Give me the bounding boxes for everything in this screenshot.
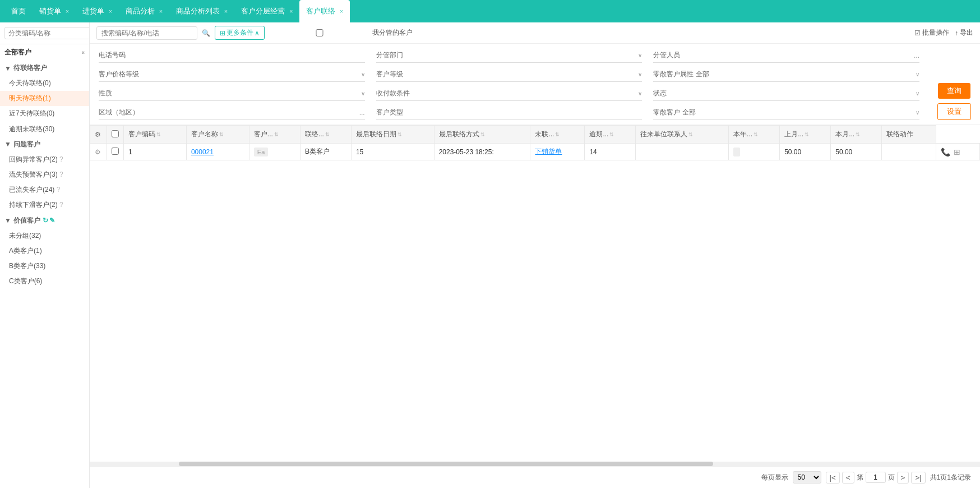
- set-button[interactable]: 设置: [937, 103, 971, 120]
- nav-purchase[interactable]: 进货单 ×: [76, 0, 119, 22]
- query-button[interactable]: 查询: [938, 83, 970, 99]
- sort-icon[interactable]: ⇅: [555, 132, 560, 137]
- th-uncontacted[interactable]: 未联... ⇅: [530, 126, 585, 144]
- sidebar-item-tomorrow[interactable]: 明天待联络(1): [0, 91, 89, 106]
- chevron-down-icon[interactable]: ∨: [638, 90, 642, 96]
- sort-icon[interactable]: ⇅: [480, 132, 485, 137]
- close-icon[interactable]: ×: [289, 8, 293, 15]
- my-customer-checkbox[interactable]: [269, 29, 370, 36]
- th-checkbox[interactable]: [107, 126, 124, 144]
- nav-customer-tier[interactable]: 客户分层经营 ×: [234, 0, 299, 22]
- search-input[interactable]: [96, 26, 197, 40]
- collapse-icon[interactable]: «: [81, 49, 85, 56]
- close-icon[interactable]: ×: [109, 8, 112, 15]
- chevron-down-icon[interactable]: ∨: [916, 90, 919, 96]
- select-all-checkbox[interactable]: [112, 130, 119, 137]
- sidebar-item-repurchase[interactable]: 回购异常客户(2) ?: [0, 152, 89, 167]
- prev-page-button[interactable]: <: [842, 472, 854, 484]
- nav-product-analysis[interactable]: 商品分析 ×: [119, 0, 169, 22]
- more-filter-button[interactable]: ⊞ 更多条件 ∧: [215, 26, 265, 40]
- nav-home[interactable]: 首页: [4, 0, 33, 22]
- grid-icon[interactable]: ⊞: [954, 148, 960, 156]
- cell-gear[interactable]: ⚙: [90, 144, 107, 160]
- sidebar-search-input[interactable]: [4, 27, 90, 39]
- my-customer-checkbox-label[interactable]: 我分管的客户: [269, 28, 413, 38]
- th-name[interactable]: 客户名称 ⇅: [186, 126, 249, 144]
- chevron-down-icon[interactable]: ∨: [361, 71, 365, 77]
- phone-icon[interactable]: 📞: [941, 148, 950, 156]
- cell-last-method[interactable]: 下销货单: [530, 144, 585, 160]
- row-gear-icon[interactable]: ⚙: [95, 148, 101, 156]
- nav-customer-contact[interactable]: 客户联络 ×: [299, 0, 350, 22]
- page-size-label: 每页显示: [761, 473, 788, 482]
- next-page-button[interactable]: >: [897, 472, 909, 484]
- page-number-input[interactable]: [866, 472, 886, 483]
- th-contacts[interactable]: 联络... ⇅: [300, 126, 351, 144]
- th-gear[interactable]: ⚙: [90, 126, 107, 144]
- th-last-date[interactable]: 最后联络日期 ⇅: [351, 126, 434, 144]
- chevron-down-icon[interactable]: ∨: [638, 52, 642, 58]
- chevron-down-icon[interactable]: ∨: [361, 90, 365, 96]
- th-last-month[interactable]: 上月... ⇅: [780, 126, 831, 144]
- close-icon[interactable]: ×: [340, 8, 343, 15]
- customer-code-link[interactable]: 000021: [191, 148, 214, 156]
- sort-icon[interactable]: ⇅: [219, 132, 224, 137]
- ellipsis-icon[interactable]: ...: [914, 52, 919, 59]
- sort-icon[interactable]: ⇅: [325, 132, 330, 137]
- last-method-link[interactable]: 下销货单: [535, 148, 562, 155]
- th-this-year[interactable]: 本年... ⇅: [729, 126, 780, 144]
- close-icon[interactable]: ×: [224, 8, 228, 15]
- sidebar-item-churn-warning[interactable]: 流失预警客户(3) ?: [0, 167, 89, 182]
- nav-product-analysis-list[interactable]: 商品分析列表 ×: [169, 0, 234, 22]
- filter-phone: 电话号码: [99, 48, 365, 63]
- th-contact[interactable]: 往来单位联系人 ⇅: [636, 126, 729, 144]
- th-type[interactable]: 客户... ⇅: [249, 126, 300, 144]
- sidebar-item-churned[interactable]: 已流失客户(24) ?: [0, 182, 89, 197]
- sort-icon[interactable]: ⇅: [609, 132, 614, 137]
- th-last-method[interactable]: 最后联络方式 ⇅: [434, 126, 530, 144]
- sort-icon[interactable]: ⇅: [688, 132, 693, 137]
- sort-icon[interactable]: ⇅: [274, 132, 279, 137]
- chevron-down-icon[interactable]: ∨: [638, 71, 642, 77]
- cell-checkbox[interactable]: [107, 144, 124, 160]
- search-button[interactable]: 🔍: [202, 29, 210, 37]
- chevron-down-icon[interactable]: ∨: [916, 109, 919, 116]
- sidebar-item-overdue[interactable]: 逾期未联络(30): [0, 122, 89, 137]
- th-code[interactable]: 客户编码 ⇅: [124, 126, 187, 144]
- last-page-button[interactable]: >|: [911, 472, 925, 484]
- first-page-button[interactable]: |<: [826, 472, 840, 484]
- page-size-select[interactable]: 50 10 20 100: [793, 471, 821, 484]
- sidebar-item-declining[interactable]: 持续下滑客户(2) ?: [0, 197, 89, 213]
- sidebar-item-ungrouped[interactable]: 未分组(32): [0, 228, 89, 243]
- sort-icon[interactable]: ⇅: [156, 132, 161, 137]
- row-checkbox[interactable]: [112, 148, 119, 155]
- sidebar-item-class-b[interactable]: B类客户(33): [0, 259, 89, 274]
- sidebar-all-customers[interactable]: 全部客户 «: [0, 44, 89, 61]
- cell-name[interactable]: Ea: [249, 144, 300, 160]
- sidebar-item-7days[interactable]: 近7天待联络(0): [0, 106, 89, 121]
- gear-icon[interactable]: ⚙: [95, 131, 101, 139]
- value-edit-icon[interactable]: ✎: [49, 217, 55, 224]
- filter-payment: 收付款条件 ∨: [376, 86, 642, 101]
- sort-icon[interactable]: ⇅: [805, 132, 809, 137]
- sidebar-item-class-a[interactable]: A类客户(1): [0, 243, 89, 259]
- close-icon[interactable]: ×: [66, 8, 69, 15]
- cell-code[interactable]: 000021: [186, 144, 249, 160]
- problem-title-label: 问题客户: [13, 140, 40, 149]
- nav-sales[interactable]: 销货单 ×: [33, 0, 76, 22]
- export-button[interactable]: ↑ 导出: [955, 28, 973, 38]
- sidebar-item-class-c[interactable]: C类客户(6): [0, 274, 89, 289]
- close-icon[interactable]: ×: [159, 8, 163, 15]
- th-last-month-label: 上月...: [784, 130, 803, 139]
- sort-icon[interactable]: ⇅: [754, 132, 758, 137]
- sort-icon[interactable]: ⇅: [397, 132, 402, 137]
- sort-icon[interactable]: ⇅: [856, 132, 860, 137]
- chevron-down-icon[interactable]: ∨: [916, 71, 919, 77]
- sidebar-item-today[interactable]: 今天待联络(0): [0, 76, 89, 91]
- batch-operation-button[interactable]: ☑ 批量操作: [914, 28, 949, 38]
- horizontal-scrollbar[interactable]: [90, 462, 980, 466]
- ellipsis-icon[interactable]: ...: [359, 109, 365, 117]
- value-refresh-icon[interactable]: ↻: [43, 217, 48, 224]
- th-overdue[interactable]: 逾期... ⇅: [585, 126, 636, 144]
- th-this-month[interactable]: 本月... ⇅: [831, 126, 882, 144]
